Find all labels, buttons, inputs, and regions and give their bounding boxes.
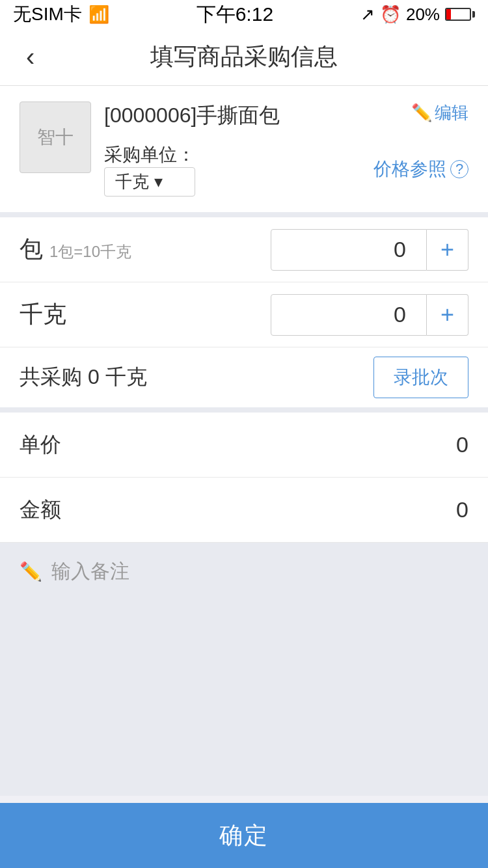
note-placeholder: 输入备注 xyxy=(51,558,129,585)
input-section: 包 1包=10千克 + 千克 + xyxy=(0,217,488,347)
chevron-down-icon: ▾ xyxy=(154,172,163,192)
unit-label-group: 采购单位： 千克 ▾ xyxy=(104,142,195,197)
summary-text: 共采购 0 千克 xyxy=(20,363,147,392)
empty-area xyxy=(0,601,488,796)
help-icon: ? xyxy=(450,160,468,178)
bag-input-row: 包 1包=10千克 + xyxy=(0,217,488,282)
bag-plus-button[interactable]: + xyxy=(427,229,468,271)
product-image: 智十 xyxy=(20,102,91,173)
status-left: 无SIM卡 📶 xyxy=(13,2,109,27)
bag-label-group: 包 1包=10千克 xyxy=(20,234,131,265)
pencil-icon: ✏️ xyxy=(20,561,42,582)
kg-label-group: 千克 xyxy=(20,299,98,331)
kg-plus-button[interactable]: + xyxy=(427,294,468,336)
battery-percent: 20% xyxy=(406,5,440,25)
kg-input-right: + xyxy=(98,294,468,336)
price-ref-button[interactable]: 价格参照 ? xyxy=(373,157,468,182)
page-title: 填写商品采购信息 xyxy=(150,41,338,73)
bag-input-right: + xyxy=(131,229,468,271)
record-batch-button[interactable]: 录批次 xyxy=(373,357,468,398)
wifi-icon: 📶 xyxy=(88,5,109,25)
unit-row: 采购单位： 千克 ▾ 价格参照 ? xyxy=(104,142,468,197)
product-name: [0000006]手撕面包 xyxy=(104,102,280,130)
product-name-row: [0000006]手撕面包 ✏️ 编辑 xyxy=(104,102,468,130)
summary-row: 共采购 0 千克 录批次 xyxy=(0,347,488,413)
product-card: 智十 [0000006]手撕面包 ✏️ 编辑 采购单位： 千克 ▾ xyxy=(0,86,488,217)
unit-price-row: 单价 0 xyxy=(0,413,488,478)
amount-row: 金额 0 xyxy=(0,478,488,543)
battery-icon xyxy=(445,8,475,21)
alarm-icon: ⏰ xyxy=(380,5,401,25)
status-right: ↗ ⏰ 20% xyxy=(360,5,475,25)
unit-select[interactable]: 千克 ▾ xyxy=(104,167,195,197)
back-button[interactable]: ‹ xyxy=(20,36,41,78)
bag-input[interactable] xyxy=(271,229,427,271)
status-time: 下午6:12 xyxy=(197,1,273,28)
edit-button[interactable]: ✏️ 编辑 xyxy=(411,102,468,124)
location-icon: ↗ xyxy=(360,5,375,25)
product-image-text: 智十 xyxy=(37,125,74,150)
note-section[interactable]: ✏️ 输入备注 xyxy=(0,543,488,601)
nav-bar: ‹ 填写商品采购信息 xyxy=(0,29,488,86)
carrier-label: 无SIM卡 xyxy=(13,2,82,27)
confirm-button[interactable]: 确定 xyxy=(0,803,488,868)
kg-input-row: 千克 + xyxy=(0,282,488,347)
status-bar: 无SIM卡 📶 下午6:12 ↗ ⏰ 20% xyxy=(0,0,488,29)
price-section: 单价 0 金额 0 xyxy=(0,413,488,543)
product-info: [0000006]手撕面包 ✏️ 编辑 采购单位： 千克 ▾ 价格参照 xyxy=(104,102,468,197)
kg-input[interactable] xyxy=(271,294,427,336)
